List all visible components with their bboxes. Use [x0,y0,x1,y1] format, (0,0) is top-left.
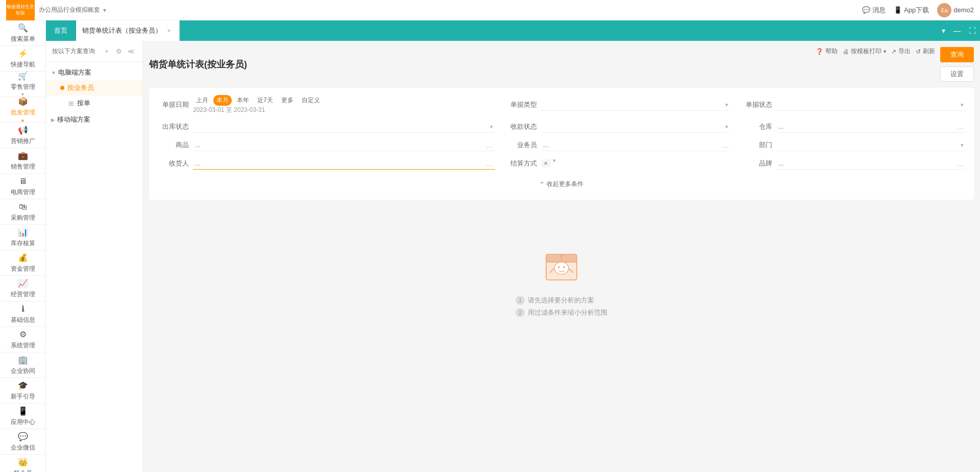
sidebar-item-system-label: 系统管理 [11,341,35,350]
sidebar-item-search[interactable]: 🔍 搜索菜单 [0,20,45,46]
filter-card: 单据日期 上月 本月 本年 近7天 更多 自定义 [149,88,974,200]
warehouse-input[interactable] [776,121,966,133]
filter-row-3: 商品 … 业务员 [157,139,966,151]
sidebar-item-inventory[interactable]: 📊 库存核算 [0,225,45,250]
tree-label-mobile: 移动端方案 [57,115,90,124]
user-nav[interactable]: Ea demo2 [937,3,974,17]
settlement-clear-button[interactable]: × [541,159,551,168]
consignee-label: 收货人 [157,159,193,168]
logo[interactable]: 畅捷通好生意 标版 [6,0,35,20]
step1-num: 1 [516,296,525,305]
settlement-control: × ▾ [541,159,730,168]
doc-status-input[interactable] [776,99,966,111]
member-icon: 👑 [18,457,28,468]
consignee-input[interactable] [193,157,495,170]
left-panel-tree: ▼ 电脑端方案 按业务员 ⊞ 按单 [46,62,142,131]
query-button[interactable]: 查询 [940,47,974,62]
message-label: 消息 [872,6,886,15]
setting-button[interactable]: 设置 [940,66,974,82]
sidebar-item-wechat[interactable]: 💬 企业微信 [0,429,45,455]
tab-minimize-button[interactable]: — [949,27,965,35]
warehouse-label: 仓库 [741,122,776,131]
sidebar-item-purchase[interactable]: 🛍 采购管理 [0,199,45,225]
page-title-bar: 销货单统计表(按业务员) ❓ 帮助 🖨 按模板打印 [149,47,974,82]
left-panel-add-button[interactable]: + [102,46,112,56]
collapse-button[interactable]: ⌃ 收起更多条件 [157,176,966,193]
goods-input[interactable] [193,139,495,151]
brand-input[interactable] [776,157,966,170]
date-tab-this-year[interactable]: 本年 [234,95,252,106]
sidebar-item-app-center-label: 应用中心 [11,418,35,427]
tree-arrow-icon: ▼ [51,70,56,76]
message-icon: 💬 [862,6,870,14]
tree-parent-mobile[interactable]: ▶ 移动端方案 [46,112,142,127]
export-button[interactable]: ↗ 导出 [891,47,911,56]
message-nav[interactable]: 💬 消息 [862,6,886,15]
app-download-nav[interactable]: 📱 App下载 [894,6,929,15]
tab-right-icons: ▾ — ⛶ [936,27,980,35]
sidebar-item-retail[interactable]: 🛒 零售管理 ▼ [0,72,45,97]
left-panel-settings-button[interactable]: ⚙ [114,46,124,56]
filter-row-1: 单据日期 上月 本月 本年 近7天 更多 自定义 [157,95,966,114]
date-tab-custom[interactable]: 自定义 [299,95,323,106]
template-print-label: 按模板打印 [851,47,881,56]
left-panel-collapse-button[interactable]: ≪ [126,46,136,56]
sidebar-item-finance[interactable]: 💰 资金管理 [0,250,45,276]
sidebar-item-sales[interactable]: 💼 销售管理 [0,148,45,174]
template-print-button[interactable]: 🖨 按模板打印 ▾ [843,47,886,56]
doc-type-input[interactable] [541,99,730,111]
tree-child-by-order[interactable]: ⊞ 按单 [46,96,142,111]
help-icon: ❓ [816,48,823,55]
refresh-label: 刷新 [923,47,935,56]
sidebar-item-sales-label: 销售管理 [11,162,35,171]
tree-parent-desktop[interactable]: ▼ 电脑端方案 [46,65,142,80]
help-button[interactable]: ❓ 帮助 [816,47,838,56]
sidebar-item-operations[interactable]: 📈 经营管理 [0,276,45,301]
sidebar-item-quick-nav[interactable]: ⚡ 快捷导航 [0,46,45,72]
date-tabs: 上月 本月 本年 近7天 更多 自定义 [193,95,491,106]
filter-goods-cell: 商品 … [157,139,495,151]
breadcrumb-dropdown-icon[interactable]: ▾ [103,7,106,14]
out-status-input[interactable] [193,121,495,133]
receipt-status-label: 收款状态 [505,122,541,131]
tab-sales-stats[interactable]: 销货单统计表（按业务员） × [76,20,180,41]
grid-icon: ⊞ [68,100,74,107]
tab-close-button[interactable]: × [165,27,173,35]
sidebar-item-marketing[interactable]: 📢 营销推广 [0,123,45,148]
sidebar-item-enterprise[interactable]: 🏢 企业协同 [0,352,45,378]
salesperson-input[interactable] [541,139,730,151]
date-tab-more[interactable]: 更多 [278,95,297,106]
inventory-icon: 📊 [18,227,28,238]
sidebar-item-app-center[interactable]: 📱 应用中心 [0,404,45,429]
enterprise-icon: 🏢 [18,355,28,366]
brand-label: 品牌 [741,159,776,168]
main-area: 🔍 搜索菜单 ⚡ 快捷导航 🛒 零售管理 ▼ 📦 批发管理 ▲ 📢 营销推广 [0,20,980,472]
tab-dropdown-icon[interactable]: ▾ [938,27,949,35]
app-center-icon: 📱 [18,406,28,417]
filter-salesperson-cell: 业务员 … [505,139,730,151]
empty-step-1: 1 请先选择要分析的方案 [516,296,607,305]
refresh-button[interactable]: ↺ 刷新 [916,47,935,56]
receipt-status-input[interactable] [541,121,730,133]
sidebar-item-member[interactable]: 👑 畅会员 [0,455,45,472]
sidebar-item-newbie[interactable]: 🎓 新手引导 [0,378,45,404]
sidebar-item-operations-label: 经营管理 [11,290,35,299]
page-title: 销货单统计表(按业务员) [149,58,247,70]
sidebar-item-system[interactable]: ⚙ 系统管理 [0,327,45,352]
sidebar-item-ecommerce[interactable]: 🖥 电商管理 [0,174,45,199]
date-tab-last-month[interactable]: 上月 [193,95,211,106]
department-input[interactable] [776,139,966,151]
sidebar-item-basics[interactable]: ℹ 基础信息 [0,301,45,327]
tab-maximize-button[interactable]: ⛶ [965,27,980,35]
date-tab-7days[interactable]: 近7天 [254,95,276,106]
svg-point-3 [554,262,569,274]
tab-home[interactable]: 首页 [46,20,76,41]
empty-text: 1 请先选择要分析的方案 2 用过滤条件来缩小分析范围 [516,296,607,320]
sidebar-item-wholesale[interactable]: 📦 批发管理 ▲ [0,97,45,123]
filter-date-cell: 单据日期 上月 本月 本年 近7天 更多 自定义 [157,95,495,114]
tree-child-salesperson[interactable]: 按业务员 [46,80,142,96]
date-range: 2023-03-01 至 2023-03-31 [193,106,495,114]
sidebar-item-wholesale-label: 批发管理 [11,108,35,117]
date-tab-this-month[interactable]: 本月 [213,95,232,106]
receipt-status-control: ▾ [541,121,730,133]
